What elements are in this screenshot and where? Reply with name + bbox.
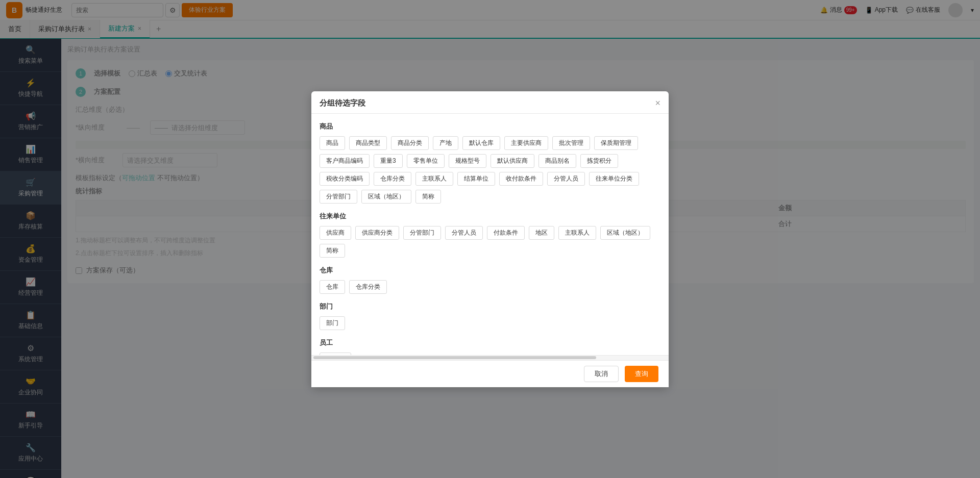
field-tag-supplier-category[interactable]: 供应商分类 bbox=[355, 226, 399, 240]
field-tag-short-name-partner[interactable]: 简称 bbox=[320, 244, 345, 258]
field-tag-warehouse-cat[interactable]: 仓库分类 bbox=[349, 280, 387, 294]
modal-body: 商品 商品 商品类型 商品分类 产地 默认仓库 主要供应商 批次管理 保质期管理… bbox=[311, 114, 669, 356]
field-tag-customer-code[interactable]: 客户商品编码 bbox=[320, 154, 370, 168]
field-tag-retail-unit[interactable]: 零售单位 bbox=[407, 154, 445, 168]
modal-horizontal-scrollbar[interactable] bbox=[311, 355, 669, 360]
section-title-partner: 往来单位 bbox=[320, 212, 660, 221]
field-group-dept: 部门 bbox=[320, 316, 660, 330]
section-title-warehouse: 仓库 bbox=[320, 266, 660, 275]
field-tag-default-warehouse[interactable]: 默认仓库 bbox=[462, 136, 500, 150]
field-tag-pay-terms-partner[interactable]: 付款条件 bbox=[487, 226, 525, 240]
field-tag-product-type[interactable]: 商品类型 bbox=[349, 136, 387, 150]
field-tag-settlement-unit[interactable]: 结算单位 bbox=[457, 172, 495, 186]
modal-dialog: 分组待选字段 × 商品 商品 商品类型 商品分类 产地 默认仓库 主要供应商 批… bbox=[311, 91, 669, 387]
section-title-dept: 部门 bbox=[320, 302, 660, 311]
modal-header: 分组待选字段 × bbox=[311, 91, 669, 114]
field-tag-region-partner[interactable]: 地区 bbox=[529, 226, 554, 240]
field-tag-weight3[interactable]: 重量3 bbox=[374, 154, 403, 168]
field-tag-expiry-manage[interactable]: 保质期管理 bbox=[594, 136, 638, 150]
field-group-warehouse: 仓库 仓库分类 bbox=[320, 280, 660, 294]
field-tag-pick-points[interactable]: 拣货积分 bbox=[580, 154, 618, 168]
field-group-product: 商品 商品类型 商品分类 产地 默认仓库 主要供应商 批次管理 保质期管理 客户… bbox=[320, 136, 660, 204]
field-tag-partner-category[interactable]: 往来单位分类 bbox=[589, 172, 639, 186]
field-tag-warehouse-category[interactable]: 仓库分类 bbox=[374, 172, 411, 186]
modal-footer: 取消 查询 bbox=[311, 360, 669, 387]
field-tag-product-category[interactable]: 商品分类 bbox=[391, 136, 429, 150]
field-tag-origin[interactable]: 产地 bbox=[433, 136, 458, 150]
field-group-partner: 供应商 供应商分类 分管部门 分管人员 付款条件 地区 主联系人 区域（地区） … bbox=[320, 226, 660, 258]
field-tag-main-supplier[interactable]: 主要供应商 bbox=[504, 136, 548, 150]
field-tag-product-alias[interactable]: 商品别名 bbox=[538, 154, 576, 168]
modal-close-button[interactable]: × bbox=[655, 98, 660, 108]
field-tag-product[interactable]: 商品 bbox=[320, 136, 345, 150]
field-tag-short-name-product[interactable]: 简称 bbox=[415, 190, 441, 204]
modal-title: 分组待选字段 bbox=[320, 98, 365, 108]
hscroll-thumb bbox=[313, 356, 596, 359]
field-tag-supplier[interactable]: 供应商 bbox=[320, 226, 351, 240]
modal-overlay: 分组待选字段 × 商品 商品 商品类型 商品分类 产地 默认仓库 主要供应商 批… bbox=[0, 0, 980, 478]
field-tag-person-partner[interactable]: 分管人员 bbox=[445, 226, 483, 240]
field-tag-contact-partner[interactable]: 主联系人 bbox=[558, 226, 596, 240]
field-tag-default-supplier[interactable]: 默认供应商 bbox=[491, 154, 534, 168]
field-tag-area-partner[interactable]: 区域（地区） bbox=[600, 226, 650, 240]
field-tag-region-product[interactable]: 区域（地区） bbox=[361, 190, 411, 204]
cancel-button[interactable]: 取消 bbox=[584, 366, 619, 382]
confirm-button[interactable]: 查询 bbox=[625, 366, 658, 382]
field-tag-dept-partner[interactable]: 分管部门 bbox=[403, 226, 441, 240]
field-tag-dept-manage[interactable]: 分管部门 bbox=[320, 190, 357, 204]
field-tag-payment-terms[interactable]: 收付款条件 bbox=[499, 172, 543, 186]
field-tag-warehouse[interactable]: 仓库 bbox=[320, 280, 345, 294]
field-tag-tax-code[interactable]: 税收分类编码 bbox=[320, 172, 370, 186]
field-tag-dept[interactable]: 部门 bbox=[320, 316, 345, 330]
field-tag-main-contact[interactable]: 主联系人 bbox=[415, 172, 453, 186]
section-title-product: 商品 bbox=[320, 122, 660, 131]
field-tag-batch-manage[interactable]: 批次管理 bbox=[552, 136, 590, 150]
field-tag-manager[interactable]: 分管人员 bbox=[547, 172, 585, 186]
section-title-employee: 员工 bbox=[320, 338, 660, 347]
field-tag-spec-model[interactable]: 规格型号 bbox=[449, 154, 486, 168]
